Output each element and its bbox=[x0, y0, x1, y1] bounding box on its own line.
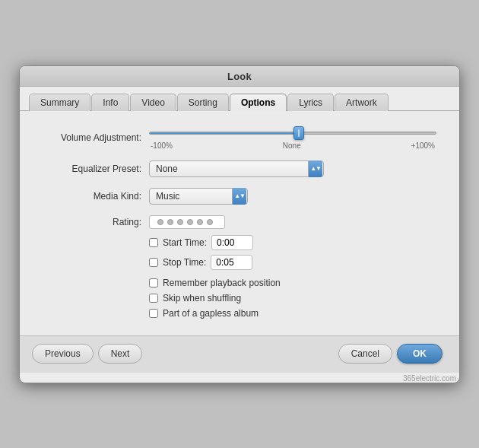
stop-time-row: Stop Time: bbox=[149, 255, 436, 270]
next-button[interactable]: Next bbox=[98, 344, 143, 364]
equalizer-label: Equalizer Preset: bbox=[43, 164, 141, 174]
volume-row: Volume Adjustment: -100% None +100% bbox=[43, 126, 436, 150]
volume-slider-container: -100% None +100% bbox=[149, 126, 436, 150]
start-time-input[interactable] bbox=[211, 235, 253, 250]
rating-dot-2 bbox=[167, 219, 173, 225]
start-time-checkbox[interactable] bbox=[149, 238, 158, 247]
previous-button[interactable]: Previous bbox=[32, 344, 94, 364]
media-kind-label: Media Kind: bbox=[43, 191, 141, 202]
gapless-album-checkbox[interactable] bbox=[149, 309, 158, 318]
ok-button[interactable]: OK bbox=[397, 344, 443, 364]
tab-sorting[interactable]: Sorting bbox=[177, 94, 229, 111]
slider-mid-label: None bbox=[283, 141, 301, 150]
equalizer-row: Equalizer Preset: None Acoustic Bass Boo… bbox=[43, 160, 436, 177]
options-content: Volume Adjustment: -100% None +100% Equa… bbox=[20, 110, 459, 335]
slider-thumb[interactable] bbox=[293, 126, 304, 140]
start-time-label: Start Time: bbox=[163, 237, 207, 248]
tab-summary[interactable]: Summary bbox=[29, 94, 90, 111]
slider-fill bbox=[150, 132, 299, 134]
main-window: Look Summary Info Video Sorting Options … bbox=[19, 65, 460, 383]
watermark: 365electric.com bbox=[20, 373, 459, 383]
slider-labels: -100% None +100% bbox=[149, 141, 436, 150]
remember-playback-checkbox[interactable] bbox=[149, 278, 158, 288]
stop-time-input[interactable] bbox=[211, 255, 252, 270]
tab-info[interactable]: Info bbox=[91, 94, 129, 111]
window-title: Look bbox=[227, 71, 252, 82]
slider-min-label: -100% bbox=[151, 141, 173, 150]
volume-label: Volume Adjustment: bbox=[43, 132, 141, 143]
rating-dot-1 bbox=[157, 219, 163, 225]
title-bar: Look bbox=[20, 66, 459, 87]
slider-max-label: +100% bbox=[411, 141, 435, 150]
rating-dot-5 bbox=[197, 219, 203, 225]
tab-options[interactable]: Options bbox=[230, 94, 287, 111]
equalizer-select-wrapper: None Acoustic Bass Booster Classical Dan… bbox=[149, 160, 324, 177]
tab-artwork[interactable]: Artwork bbox=[335, 94, 389, 111]
gapless-album-row: Part of a gapless album bbox=[149, 308, 436, 319]
skip-shuffling-row: Skip when shuffling bbox=[149, 293, 436, 303]
gapless-album-label: Part of a gapless album bbox=[163, 308, 259, 319]
tabs-bar: Summary Info Video Sorting Options Lyric… bbox=[20, 87, 459, 110]
skip-shuffling-checkbox[interactable] bbox=[149, 294, 158, 303]
bottom-bar: Previous Next Cancel OK bbox=[20, 335, 459, 373]
rating-row: Rating: bbox=[43, 215, 436, 229]
skip-shuffling-label: Skip when shuffling bbox=[163, 293, 241, 303]
stop-time-label: Stop Time: bbox=[163, 257, 206, 268]
equalizer-select[interactable]: None Acoustic Bass Booster Classical Dan… bbox=[149, 160, 324, 177]
rating-dot-3 bbox=[177, 219, 183, 225]
remember-playback-label: Remember playback position bbox=[163, 278, 281, 288]
media-kind-row: Media Kind: Music Movie TV Show Podcast … bbox=[43, 188, 436, 205]
rating-dot-4 bbox=[187, 219, 193, 225]
remember-playback-row: Remember playback position bbox=[149, 278, 436, 288]
stop-time-checkbox[interactable] bbox=[149, 258, 158, 267]
slider-bg bbox=[149, 132, 436, 135]
rating-field[interactable] bbox=[149, 215, 225, 229]
cancel-button[interactable]: Cancel bbox=[338, 344, 392, 364]
volume-slider-track[interactable] bbox=[149, 126, 436, 140]
start-time-row: Start Time: bbox=[149, 235, 436, 250]
tab-lyrics[interactable]: Lyrics bbox=[287, 94, 334, 111]
rating-dot-6 bbox=[207, 219, 213, 225]
tab-video[interactable]: Video bbox=[130, 94, 176, 111]
media-kind-select[interactable]: Music Movie TV Show Podcast iTunes U Aud… bbox=[149, 188, 248, 205]
rating-label: Rating: bbox=[43, 217, 141, 227]
media-kind-select-wrapper: Music Movie TV Show Podcast iTunes U Aud… bbox=[149, 188, 248, 205]
